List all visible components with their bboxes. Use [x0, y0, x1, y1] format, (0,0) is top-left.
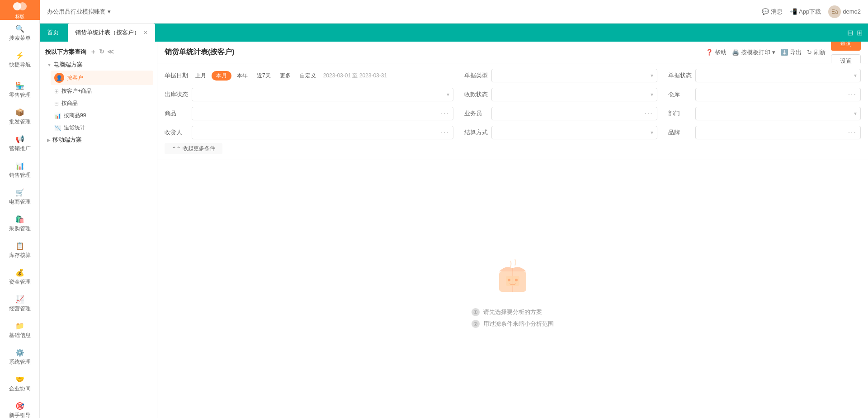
date-pill-this-month[interactable]: 本月 [212, 71, 231, 81]
message-label: 消息 [771, 8, 783, 16]
export-label: 导出 [790, 48, 802, 57]
add-scheme-button[interactable]: ＋ [90, 48, 96, 56]
sidebar-item-retail[interactable]: 🏪 零售管理 [0, 77, 40, 104]
empty-illustration [486, 247, 540, 301]
product-select[interactable]: ··· [192, 107, 453, 120]
tab-sales-stat[interactable]: 销货单统计表（按客户） ✕ [68, 24, 155, 42]
sidebar-item-inventory[interactable]: 📋 库存核算 [0, 237, 40, 264]
purchase-icon: 🛍️ [2, 215, 38, 223]
warehouse-select[interactable]: ··· [695, 88, 861, 101]
sidebar-item-basic[interactable]: 📁 基础信息 [0, 317, 40, 344]
print-button[interactable]: 🖨️ 按模板打印 ▾ [732, 48, 775, 57]
sidebar-item-marketing-label: 营销推广 [2, 145, 38, 152]
return-stat-icon: 📉 [54, 125, 61, 131]
doc-type-select[interactable]: ▾ [491, 69, 657, 82]
sidebar-item-sales[interactable]: 📊 销售管理 [0, 157, 40, 184]
page-title: 销货单统计表(按客户) [165, 48, 235, 57]
empty-state: ① 请先选择要分析的方案 ② 用过滤条件来缩小分析范围 [157, 160, 868, 418]
sidebar-item-newbie[interactable]: 🎯 新手引导 [0, 397, 40, 418]
tree-children-desktop: 👤 按客户 ⊞ 按客户+商品 ⊟ 按商品 📊 按商品99 [43, 71, 153, 134]
sidebar-item-finance[interactable]: 💰 资金管理 [0, 264, 40, 290]
sidebar-item-operation[interactable]: 📈 经营管理 [0, 290, 40, 317]
newbie-icon: 🎯 [2, 402, 38, 410]
sidebar-item-system-label: 系统管理 [2, 358, 38, 366]
tree-child-by-product-99[interactable]: 📊 按商品99 [51, 109, 153, 122]
shortcut-icon: ⚡ [2, 51, 38, 60]
tree-parent-mobile[interactable]: ▶ 移动端方案 [43, 134, 153, 146]
doc-status-select[interactable]: ▾ [695, 69, 861, 82]
sidebar-item-operation-label: 经营管理 [2, 305, 38, 313]
collapse-more-button[interactable]: ⌃⌃ 收起更多条件 [165, 143, 222, 154]
hint-num-1: ① [472, 308, 480, 316]
sidebar-item-purchase[interactable]: 🛍️ 采购管理 [0, 210, 40, 237]
date-pills: 上月 本月 本年 近7天 更多 自定义 [192, 71, 320, 81]
date-pill-custom[interactable]: 自定义 [296, 71, 320, 81]
receipt-status-select[interactable]: ▾ [491, 88, 657, 101]
user-name: demo2 [843, 8, 861, 15]
brand-select[interactable]: ··· [695, 126, 861, 139]
help-button[interactable]: ❓ 帮助 [706, 48, 726, 57]
refresh-scheme-button[interactable]: ↻ [99, 48, 104, 56]
filter-warehouse: 仓库 ··· [668, 88, 861, 101]
out-status-chevron-icon: ▾ [447, 91, 449, 98]
department-select[interactable]: ▾ [695, 107, 861, 120]
date-pill-more[interactable]: 更多 [276, 71, 294, 81]
tree-child-by-customer-product[interactable]: ⊞ 按客户+商品 [51, 85, 153, 97]
tree-parent-desktop[interactable]: ▼ 电脑端方案 [43, 59, 153, 71]
tab-minimize-icon[interactable]: ⊟ [847, 28, 853, 37]
sidebar-item-ecommerce-label: 电商管理 [2, 198, 38, 206]
filter-row-1: 单据日期 上月 本月 本年 近7天 更多 自定义 2023-03-01 至 20… [165, 69, 861, 82]
date-filter-control: 上月 本月 本年 近7天 更多 自定义 2023-03-01 至 2023-03… [192, 71, 387, 81]
date-pill-7days[interactable]: 近7天 [253, 71, 274, 81]
collapse-panel-button[interactable]: ≪ [107, 48, 114, 56]
tree-child-by-product[interactable]: ⊟ 按商品 [51, 97, 153, 109]
left-panel-title: 按以下方案查询 [45, 48, 86, 56]
sidebar-item-search[interactable]: 🔍 搜索菜单 [0, 20, 40, 47]
out-status-select[interactable]: ▾ [192, 88, 453, 101]
date-pill-last-month[interactable]: 上月 [192, 71, 210, 81]
message-icon: 💬 [762, 8, 769, 15]
sidebar-item-enterprise[interactable]: 🤝 企业协同 [0, 370, 40, 397]
tab-home[interactable]: 首页 [40, 24, 66, 42]
left-panel-actions: ＋ ↻ ≪ [90, 48, 114, 56]
left-panel: 按以下方案查询 ＋ ↻ ≪ ▼ 电脑端方案 👤 按客户 [40, 42, 157, 418]
sidebar-item-system[interactable]: ⚙️ 系统管理 [0, 344, 40, 370]
sidebar-item-shortcut-label: 快捷导航 [2, 61, 38, 69]
filter-row-3: 商品 ··· 业务员 ··· 部门 [165, 107, 861, 120]
sidebar-item-finance-label: 资金管理 [2, 278, 38, 286]
refresh-label: 刷新 [814, 48, 826, 57]
settlement-select[interactable]: ▾ [491, 126, 657, 139]
tree-child-return-stat[interactable]: 📉 退货统计 [51, 122, 153, 134]
date-label: 单据日期 [165, 71, 192, 80]
tree-child-by-customer[interactable]: 👤 按客户 [51, 71, 153, 85]
tree-section: ▼ 电脑端方案 👤 按客户 ⊞ 按客户+商品 ⊟ 按商品 [40, 59, 157, 146]
basic-icon: 📁 [2, 322, 38, 330]
salesperson-select[interactable]: ··· [491, 107, 657, 120]
message-button[interactable]: 💬 消息 [762, 8, 783, 16]
export-button[interactable]: ⬇️ 导出 [781, 48, 802, 57]
user-profile[interactable]: Ea demo2 [828, 5, 861, 18]
sidebar-item-marketing[interactable]: 📢 营销推广 [0, 130, 40, 157]
tab-bar: 首页 销货单统计表（按客户） ✕ ⊟ ⊞ [40, 24, 868, 42]
refresh-button[interactable]: ↻ 刷新 [807, 48, 826, 57]
doc-status-label: 单据状态 [668, 71, 695, 80]
sidebar: 标版 🔍 搜索菜单 ⚡ 快捷导航 🏪 零售管理 📦 批发管理 📢 营销推广 📊 … [0, 0, 40, 418]
sidebar-item-wholesale[interactable]: 📦 批发管理 [0, 104, 40, 130]
date-pill-this-year[interactable]: 本年 [233, 71, 251, 81]
filter-area: 单据日期 上月 本月 本年 近7天 更多 自定义 2023-03-01 至 20… [157, 63, 868, 160]
print-icon: 🖨️ [732, 49, 739, 56]
app-download-button[interactable]: 📲 App下载 [790, 8, 821, 16]
breadcrumb-dropdown[interactable]: 办公用品行业模拟账套 ▾ [47, 8, 111, 16]
sidebar-item-ecommerce[interactable]: 🛒 电商管理 [0, 184, 40, 210]
filter-brand: 品牌 ··· [668, 126, 861, 139]
sidebar-item-shortcut[interactable]: ⚡ 快捷导航 [0, 47, 40, 73]
doc-type-chevron-icon: ▾ [651, 72, 653, 79]
tab-expand-icon[interactable]: ⊞ [857, 28, 863, 37]
recipient-select[interactable]: ··· [192, 126, 453, 139]
recipient-label: 收货人 [165, 128, 192, 137]
system-icon: ⚙️ [2, 348, 38, 357]
date-range-text: 2023-03-01 至 2023-03-31 [323, 72, 387, 80]
query-button[interactable]: 查询 [831, 42, 861, 51]
tab-close-icon[interactable]: ✕ [143, 29, 148, 36]
receipt-status-label: 收款状态 [464, 90, 491, 99]
